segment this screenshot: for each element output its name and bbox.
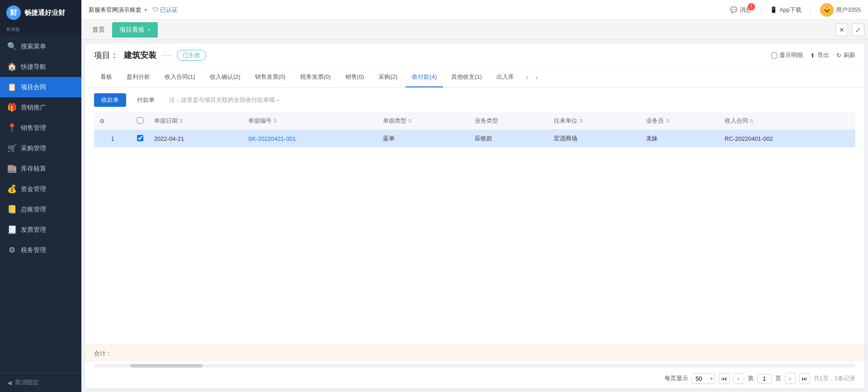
app-download-btn[interactable]: 📱 App下载 xyxy=(770,6,802,14)
show-detail-input[interactable] xyxy=(771,53,777,58)
row-checkbox-cell[interactable] xyxy=(132,130,149,148)
message-btn[interactable]: 💬 消息 1 xyxy=(730,6,751,14)
subnav-tab-other[interactable]: 其他收支(1) xyxy=(445,67,488,87)
user-menu[interactable]: 🐱 用户3355 xyxy=(820,3,861,17)
sec-tab-receipt[interactable]: 收款单 xyxy=(94,93,126,107)
subnav-tab-income-contract[interactable]: 收入合同(1) xyxy=(158,67,202,87)
scrollbar-thumb[interactable] xyxy=(130,364,203,368)
sort-salesman-icon: ⇅ xyxy=(665,118,670,124)
row-checkbox[interactable] xyxy=(137,135,143,141)
app-logo: 财 畅捷通好业财 xyxy=(0,0,81,25)
subnav-tab-tax-invoice[interactable]: 税务发票(0) xyxy=(294,67,337,87)
sidebar-item-0[interactable]: 🔍搜索菜单 xyxy=(0,36,81,57)
project-title: 建筑安装 xyxy=(124,50,156,61)
row-number[interactable]: SK-20220421-001 xyxy=(243,130,377,148)
sidebar-item-6[interactable]: 🏬库存核算 xyxy=(0,158,81,179)
export-label: 导出 xyxy=(817,51,829,59)
sidebar-label-7: 资金管理 xyxy=(21,185,46,193)
subnav-tab-sales-invoice[interactable]: 销售发票(0) xyxy=(249,67,292,87)
subnav-tab-profit[interactable]: 盈利分析 xyxy=(120,67,156,87)
sidebar-item-1[interactable]: 🏠快捷导航 xyxy=(0,57,81,77)
sidebar-label-6: 库存核算 xyxy=(21,165,46,173)
sidebar-item-8[interactable]: 📒总账管理 xyxy=(0,199,81,220)
sidebar-unpin[interactable]: ◀ 取消固定 xyxy=(0,373,81,392)
first-page-btn[interactable]: ⏮ xyxy=(719,373,730,384)
col-date[interactable]: 单据日期 ⇅ xyxy=(149,112,243,130)
content-area: 项目： 建筑安装 ··· 已生效 显示明细 ⬆ 导出 ↻ 刷新 xyxy=(85,43,864,388)
close-window-btn[interactable]: ✕ xyxy=(835,24,848,36)
show-detail-label: 显示明细 xyxy=(779,51,803,59)
refresh-btn[interactable]: ↻ 刷新 xyxy=(836,51,855,59)
subnav-tab-payment[interactable]: 收付款(4) xyxy=(406,67,443,87)
subnav-prev-icon[interactable]: ‹ xyxy=(524,72,530,83)
verified-label: 已认证 xyxy=(160,6,178,14)
tab-home[interactable]: 首页 xyxy=(85,22,112,38)
sidebar-item-5[interactable]: 🛒采购管理 xyxy=(0,138,81,158)
app-download-label: App下载 xyxy=(779,6,802,14)
project-header-right: 显示明细 ⬆ 导出 ↻ 刷新 xyxy=(771,51,855,59)
project-more-icon[interactable]: ··· xyxy=(162,51,171,60)
col-contract[interactable]: 收入合同 ⇅ xyxy=(719,112,855,130)
col-salesman[interactable]: 业务员 ⇅ xyxy=(641,112,719,130)
col-partner[interactable]: 往来单位 ⇅ xyxy=(548,112,641,130)
maximize-btn[interactable]: ⤢ xyxy=(852,24,864,36)
subnav-tab-sales[interactable]: 销售(0) xyxy=(339,67,371,87)
row-type: 蓝单 xyxy=(377,130,470,148)
refresh-label: 刷新 xyxy=(844,51,855,59)
sidebar-item-9[interactable]: 🧾发票管理 xyxy=(0,220,81,240)
sidebar-item-4[interactable]: 📍销售管理 xyxy=(0,118,81,138)
sort-date-icon: ⇅ xyxy=(179,118,183,124)
col-checkbox-all[interactable] xyxy=(132,112,149,130)
col-gear[interactable]: ⚙ xyxy=(94,112,132,130)
show-detail-checkbox[interactable]: 显示明细 xyxy=(771,51,803,59)
message-icon: 💬 xyxy=(730,6,737,13)
prev-page-btn[interactable]: ‹ xyxy=(733,373,744,384)
sec-tab-payment[interactable]: 付款单 xyxy=(130,93,162,107)
message-badge: 1 xyxy=(748,3,755,10)
tab-project-board-label: 项目看板 xyxy=(119,26,145,34)
phone-icon: 📱 xyxy=(770,6,777,13)
sidebar-item-3[interactable]: 🎁营销推广 xyxy=(0,97,81,118)
row-number-link[interactable]: SK-20220421-001 xyxy=(248,135,296,142)
sidebar-icon-10: ⚙ xyxy=(7,245,16,255)
select-all-checkbox[interactable] xyxy=(137,117,143,124)
avatar: 🐱 xyxy=(820,3,834,17)
sidebar-label-0: 搜索菜单 xyxy=(21,43,46,51)
total-info: 共1页，1条记录 xyxy=(814,374,855,382)
export-btn[interactable]: ⬆ 导出 xyxy=(810,51,829,59)
col-number[interactable]: 单据编号 ⇅ xyxy=(243,112,377,130)
horizontal-scrollbar[interactable] xyxy=(94,364,855,368)
tab-home-label: 首页 xyxy=(92,26,105,34)
subnav-next-icon[interactable]: › xyxy=(533,72,539,83)
subnav-tab-purchase[interactable]: 采购(2) xyxy=(372,67,404,87)
sidebar-label-4: 销售管理 xyxy=(21,124,46,132)
project-label: 项目： xyxy=(94,50,118,61)
sidebar-item-7[interactable]: 💰资金管理 xyxy=(0,179,81,199)
page-size-select[interactable]: 50 100 200 xyxy=(692,373,715,384)
tab-close-icon[interactable]: × xyxy=(147,27,151,33)
tab-project-board[interactable]: 项目看板 × xyxy=(112,22,158,38)
table-area: ⚙ 单据日期 ⇅ 单据编号 ⇅ 单据类型 ⇅ 业务类型 往来单位 ⇅ 业务员 ⇅… xyxy=(85,107,864,344)
table-body: 1 2022-04-21 SK-20220421-001 蓝单 应收款 宏茂商场… xyxy=(94,130,855,148)
sort-partner-icon: ⇅ xyxy=(579,118,583,124)
sidebar-item-2[interactable]: 📋项目合同 xyxy=(0,77,81,97)
subnav-tab-inout[interactable]: 出入库 xyxy=(490,67,520,87)
tabbar: 首页 项目看板 × ✕ ⤢ xyxy=(81,20,868,40)
sidebar-icon-2: 📋 xyxy=(7,82,16,92)
col-type[interactable]: 单据类型 ⇅ xyxy=(377,112,470,130)
sidebar-label-3: 营销推广 xyxy=(21,104,46,112)
subnav-tab-kanban[interactable]: 看板 xyxy=(94,67,118,87)
last-page-btn[interactable]: ⏭ xyxy=(799,373,810,384)
page-input[interactable] xyxy=(757,374,772,383)
topbar: 新服务官网演示账套 ▾ 🛡 已认证 💬 消息 1 📱 App下载 🐱 用户335… xyxy=(81,0,868,20)
page-size-wrap: 50 100 200 xyxy=(692,373,715,384)
subnav-tab-income-confirm[interactable]: 收入确认(2) xyxy=(203,67,247,87)
sort-contract-icon: ⇅ xyxy=(750,118,754,124)
row-num: 1 xyxy=(94,130,132,148)
unpin-label: 取消固定 xyxy=(15,378,39,387)
sidebar-label-8: 总账管理 xyxy=(21,206,46,214)
sidebar-item-10[interactable]: ⚙税务管理 xyxy=(0,240,81,260)
account-selector[interactable]: 新服务官网演示账套 ▾ xyxy=(89,6,147,14)
next-page-btn[interactable]: › xyxy=(785,373,796,384)
table-row[interactable]: 1 2022-04-21 SK-20220421-001 蓝单 应收款 宏茂商场… xyxy=(94,130,855,148)
